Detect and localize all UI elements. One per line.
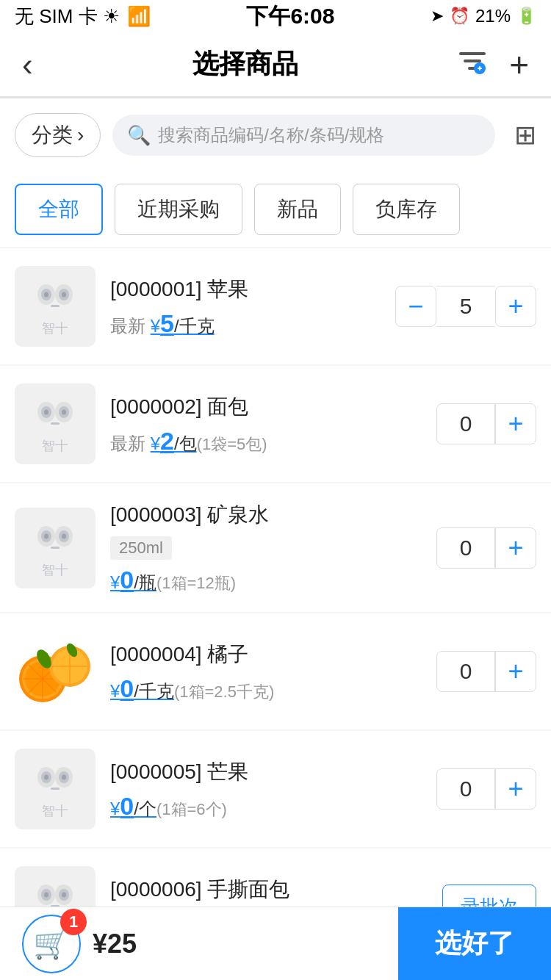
status-right: ➤ ⏰ 21% 🔋 xyxy=(431,6,536,26)
product-name: [0000004] 橘子 xyxy=(110,641,422,669)
product-price: 最新 ¥2/包(1袋=5包) xyxy=(110,427,422,455)
placeholder-icon xyxy=(33,517,77,560)
location-icon: ➤ xyxy=(431,7,444,26)
svg-point-25 xyxy=(62,533,66,538)
cart-area: 🛒 1 ¥25 xyxy=(0,915,398,973)
quantity-increase-button[interactable]: + xyxy=(495,286,536,327)
product-thumbnail: 智十 xyxy=(15,508,96,588)
battery-icon: 🔋 xyxy=(516,7,536,26)
quantity-display: 0 xyxy=(436,651,495,692)
status-left: 无 SIM 卡 ☀ 📶 xyxy=(15,4,151,29)
search-input[interactable]: 搜索商品编码/名称/条码/规格 xyxy=(158,123,480,147)
tab-negative[interactable]: 负库存 xyxy=(353,184,460,235)
list-item: 智十 [0000002] 面包 最新 ¥2/包(1袋=5包) 0 + xyxy=(0,366,551,482)
svg-point-52 xyxy=(44,893,48,898)
quantity-control: 0 + xyxy=(436,651,536,692)
svg-rect-1 xyxy=(464,60,481,62)
svg-rect-47 xyxy=(51,788,60,790)
product-info: [0000001] 苹果 最新 ¥5/千克 xyxy=(110,275,381,338)
cart-total: ¥25 xyxy=(93,929,137,959)
product-price: ¥0/千克(1箱=2.5千克) xyxy=(110,674,422,703)
quantity-display: 0 xyxy=(436,768,495,810)
quantity-control: 0 + xyxy=(436,527,536,569)
placeholder-icon xyxy=(33,275,77,318)
svg-point-53 xyxy=(62,893,66,898)
svg-rect-26 xyxy=(51,547,60,549)
product-thumbnail: 智十 xyxy=(15,266,96,347)
product-price: ¥0/个(1箱=6个) xyxy=(110,792,422,821)
quantity-control: 0 + xyxy=(436,768,536,810)
svg-rect-0 xyxy=(459,52,486,55)
quantity-increase-button[interactable]: + xyxy=(495,651,536,692)
filter-row: 分类 › 🔍 搜索商品编码/名称/条码/规格 ⊞ xyxy=(0,98,551,172)
product-name: [0000001] 苹果 xyxy=(110,275,381,303)
list-item: 智十 [0000001] 苹果 最新 ¥5/千克 − + xyxy=(0,248,551,364)
status-time: 下午6:08 xyxy=(246,1,334,32)
tab-recent[interactable]: 近期采购 xyxy=(115,184,242,235)
svg-point-46 xyxy=(62,775,66,780)
tab-all[interactable]: 全部 xyxy=(15,184,103,235)
svg-point-45 xyxy=(44,775,48,780)
svg-rect-19 xyxy=(51,422,60,425)
product-list: 智十 [0000001] 苹果 最新 ¥5/千克 − + xyxy=(0,248,551,980)
product-name: [0000005] 芒果 xyxy=(110,758,422,786)
quantity-display: 0 xyxy=(436,403,495,444)
tab-new[interactable]: 新品 xyxy=(254,184,341,235)
quantity-control: − + xyxy=(395,286,536,327)
alarm-icon: ⏰ xyxy=(450,7,469,26)
product-name: [0000002] 面包 xyxy=(110,393,422,421)
sim-indicator: 无 SIM 卡 ☀ xyxy=(15,4,120,29)
cart-badge: 1 xyxy=(60,909,87,935)
nav-bar: ‹ 选择商品 + xyxy=(0,32,551,97)
svg-rect-5 xyxy=(479,66,480,71)
svg-rect-12 xyxy=(51,305,60,307)
product-price: ¥0/瓶(1箱=12瓶) xyxy=(110,566,422,594)
list-item: 智十 [0000005] 芒果 ¥0/个(1箱=6个) 0 + xyxy=(0,731,551,847)
svg-point-10 xyxy=(44,292,48,298)
scan-icon[interactable]: ⊞ xyxy=(514,120,536,151)
svg-point-18 xyxy=(62,410,66,415)
placeholder-icon xyxy=(33,393,77,436)
product-info: [0000004] 橘子 ¥0/千克(1箱=2.5千克) xyxy=(110,641,422,703)
category-chevron-icon: › xyxy=(77,123,84,147)
cart-icon-wrap[interactable]: 🛒 1 xyxy=(22,915,81,973)
product-name: [0000003] 矿泉水 xyxy=(110,501,422,529)
product-info: [0000005] 芒果 ¥0/个(1箱=6个) xyxy=(110,758,422,821)
placeholder-text: 智十 xyxy=(42,320,68,337)
category-button[interactable]: 分类 › xyxy=(15,113,101,157)
page-title: 选择商品 xyxy=(192,46,298,82)
battery-level: 21% xyxy=(475,6,511,26)
add-button[interactable]: + xyxy=(509,45,529,84)
svg-point-11 xyxy=(62,292,66,298)
quantity-control: 0 + xyxy=(436,403,536,444)
product-info: [0000002] 面包 最新 ¥2/包(1袋=5包) xyxy=(110,393,422,455)
back-button[interactable]: ‹ xyxy=(22,46,33,83)
product-spec: 250ml xyxy=(110,536,172,560)
wifi-icon: 📶 xyxy=(127,5,151,28)
quantity-display: 0 xyxy=(436,527,495,569)
product-thumbnail xyxy=(15,631,96,712)
svg-point-17 xyxy=(44,410,48,415)
confirm-button[interactable]: 选好了 xyxy=(398,907,551,980)
list-item: 智十 [0000003] 矿泉水 250ml ¥0/瓶(1箱=12瓶) 0 + xyxy=(0,483,551,612)
placeholder-icon xyxy=(33,758,77,801)
quantity-increase-button[interactable]: + xyxy=(495,403,536,444)
quantity-input[interactable] xyxy=(436,286,495,327)
quantity-increase-button[interactable]: + xyxy=(495,527,536,569)
quantity-increase-button[interactable]: + xyxy=(495,768,536,810)
status-bar: 无 SIM 卡 ☀ 📶 下午6:08 ➤ ⏰ 21% 🔋 xyxy=(0,0,551,32)
category-label: 分类 xyxy=(32,121,73,149)
filter-icon[interactable] xyxy=(458,48,487,81)
quantity-decrease-button[interactable]: − xyxy=(395,286,436,327)
placeholder-text: 智十 xyxy=(42,561,68,579)
placeholder-text: 智十 xyxy=(42,802,68,820)
tabs-row: 全部 近期采购 新品 负库存 xyxy=(0,172,551,247)
product-name: [0000006] 手撕面包 xyxy=(110,876,428,904)
product-price: 最新 ¥5/千克 xyxy=(110,309,381,338)
bottom-bar: 🛒 1 ¥25 选好了 xyxy=(0,907,551,980)
nav-actions: + xyxy=(458,45,529,84)
product-info: [0000003] 矿泉水 250ml ¥0/瓶(1箱=12瓶) xyxy=(110,501,422,594)
search-icon: 🔍 xyxy=(127,124,151,147)
product-thumbnail: 智十 xyxy=(15,749,96,829)
search-bar[interactable]: 🔍 搜索商品编码/名称/条码/规格 xyxy=(112,115,495,156)
